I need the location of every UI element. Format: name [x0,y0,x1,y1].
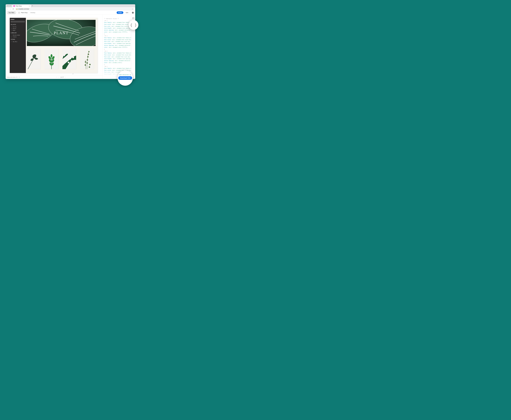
svg-point-15 [69,57,71,60]
code-badge-bubble: { } [129,20,138,30]
back-icon[interactable]: ← [7,8,8,10]
thumbnail-4[interactable] [80,49,94,69]
next-page-icon[interactable]: › [65,76,66,78]
svg-point-25 [85,61,86,63]
footer-bar: Made with Adobe XD ⊙ ⌂ ‹ 1 of 17 › [6,75,103,79]
breadcrumb-project[interactable]: Plant Shop [21,12,28,13]
sidebar-search[interactable]: ⌕ [11,21,25,22]
artboard-desktop[interactable]: ⌕ PLANTS ⌂For You ☺Browse ✧Radio LIBRARY… [10,18,98,73]
svg-point-20 [87,56,89,58]
code-line: letter-spacing: var(--unnamed-character-… [104,45,130,46]
canvas-column: ⌕ PLANTS ⌂For You ☺Browse ✧Radio LIBRARY… [6,15,103,79]
lock-icon: 🔒 [16,8,18,10]
svg-point-23 [87,62,88,64]
forward-icon[interactable]: → [9,8,11,10]
svg-rect-4 [27,49,41,69]
help-icon[interactable]: ? [132,12,134,14]
browser-window: Xd Plant Shop × + ← → ⟳ 🔒 xd.adobe.com/v… [6,4,135,79]
your-work-button[interactable]: Your Work [7,12,16,14]
sidebar-item-recently-added[interactable]: ♡Recently Added [11,34,25,36]
code-selector: .h4 { [104,35,130,37]
sidebar-item-radio[interactable]: ✧Radio [11,30,25,31]
css-code-panel[interactable]: /* Character Styles */ .h1 { font-family… [103,15,131,79]
zoom-select[interactable]: 81% ⌄ [126,12,130,13]
breadcrumb-page[interactable]: Desktop [30,12,35,13]
home-icon: ⌂ [11,26,12,27]
canvas-viewport[interactable]: ⌕ PLANTS ⌂For You ☺Browse ✧Radio LIBRARY… [6,15,103,75]
code-selector: .h1 { [104,20,130,22]
resize-handle-icon[interactable]: ◢ [73,73,73,74]
thumbnail-row [27,49,98,69]
code-line: font-size: var(--unnamed-font-size-8); [104,25,130,27]
sidebar-section-library: LIBRARY [11,32,25,34]
creative-cloud-icon: ⊙ [19,76,20,78]
sidebar-section-plants: PLANTS [11,24,25,25]
code-brace: } [104,64,130,66]
sidebar-item-creators[interactable]: ▭Creators [11,36,25,38]
new-tab-button[interactable]: + [32,5,33,7]
home-icon[interactable]: ⌂ [56,76,57,78]
heart-icon: ♡ [11,35,12,36]
thumbnail-3[interactable] [62,49,76,69]
svg-point-28 [89,64,91,65]
design-main: PLANT [26,18,98,73]
sparkle-icon: ✧ [11,41,12,42]
prev-page-icon[interactable]: ‹ [58,76,59,78]
download-css-button[interactable]: Download CSS [118,76,132,80]
xd-favicon-icon: Xd [13,5,15,7]
code-brace: } [104,48,130,50]
svg-point-26 [85,64,86,66]
sidebar-section-store: STORE [11,38,25,40]
box-icon: ▭ [11,36,12,38]
tab-title: Plant Shop [16,5,22,7]
svg-point-18 [71,60,73,62]
code-line: line-height: var(--unnamed-line-spacing-… [104,43,130,45]
braces-icon: { } [130,23,137,27]
code-line: font-family: var(--unnamed-font-family-d… [104,22,130,23]
thumbnail-1[interactable] [27,49,41,69]
breadcrumb-separator: › [29,12,29,13]
code-line: font-family: var(--unnamed-font-family-d… [104,37,130,39]
person-icon: ☺ [11,28,12,29]
pager: ⌂ ‹ 1 of 17 › [56,76,66,78]
browser-tab[interactable]: Xd Plant Shop × [12,5,31,7]
chevron-down-icon: ⌄ [129,12,130,13]
close-tab-icon[interactable]: × [29,5,30,7]
page-indicator: 1 of 17 [60,76,64,78]
download-css-bubble: med-character-sp Download CSS [118,70,133,86]
url-input[interactable]: 🔒 xd.adobe.com/view/ ☆ [15,8,134,10]
code-line: font-style: var(--unnamed-font-style-bol… [104,39,130,41]
svg-point-14 [66,59,67,61]
made-with-label: Made with Adobe XD [7,77,18,78]
code-line: letter-spacing: var(--unnamed-character-… [104,29,130,31]
code-line: font-size: var(--unnamed-font-size-16); [104,41,130,43]
window-controls [7,5,11,6]
invite-button[interactable]: Invite [117,11,123,14]
code-line: font-family: var(--unnamed-font-family-d… [104,52,130,54]
sparkle-icon: ✧ [11,30,12,31]
traffic-light-zoom[interactable] [10,5,11,6]
comment-icon[interactable]: 💬 [132,17,134,19]
traffic-light-minimize[interactable] [8,5,9,6]
code-comment: /* Character Styles */ [104,18,130,20]
bookmark-star-icon[interactable]: ☆ [132,8,133,10]
code-line: font-size: var(--unnamed-font-size-16); [104,56,130,58]
artboards-grid-icon[interactable] [18,12,20,13]
svg-point-10 [51,54,52,57]
code-selector: .h3 { [104,50,130,52]
address-bar: ← → ⟳ 🔒 xd.adobe.com/view/ ☆ [6,7,135,11]
thumbnail-2[interactable] [45,49,58,69]
code-line: font-style: var(--unnamed-font-style-bol… [104,54,130,56]
window-dots [11,19,25,20]
sidebar-item-for-you[interactable]: ⌂For You [11,26,25,28]
tab-strip: Xd Plant Shop × + [6,4,135,7]
sidebar-item-browse[interactable]: ☺Browse [11,28,25,30]
traffic-light-close[interactable] [7,5,8,6]
svg-point-22 [87,59,88,61]
sidebar-item-buy-more[interactable]: ✧Buy More [11,41,25,43]
svg-point-21 [88,53,89,55]
code-selector: .h5 { [104,66,130,68]
svg-point-24 [88,51,89,52]
code-line: letter-spacing: var(--unnamed-character-… [104,60,130,62]
reload-icon[interactable]: ⟳ [12,8,14,10]
